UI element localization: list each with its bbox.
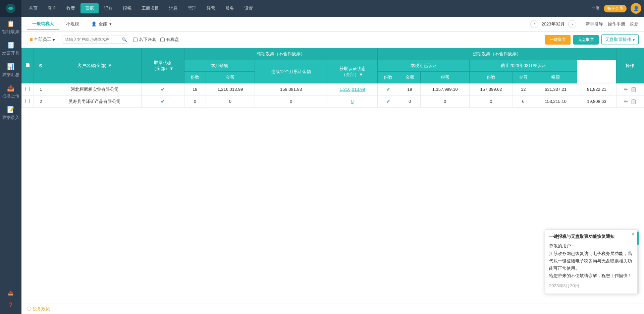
filter-right-buttons: 一键取票 无盘取票 无盘取票操作 ▾ [545, 34, 639, 45]
user-icon: 👤 [91, 21, 97, 26]
tab-date-nav: ‹ 2023年02月 › 新手引导 操作手册 刷新 [530, 20, 639, 28]
chevron-down-icon[interactable]: ▾ [109, 21, 112, 26]
tab-small-scale[interactable]: 小规模 [61, 18, 85, 30]
notification-popup: ✕ 一键报税与无盘取票功能恢复通知 尊敬的用户： 江苏政务网已恢复访问电子税务局… [545, 229, 639, 294]
th-cumulative: 连续12个月累计金额 [255, 60, 327, 83]
sidebar-item-help[interactable]: ❓ [0, 299, 21, 311]
check-xiazhanghao-label[interactable]: 名下账套 [133, 37, 156, 43]
th-certified: 本税期已认证 [377, 60, 469, 72]
row2-sales-tax: 0 [255, 96, 327, 108]
employee-select-label: 全部员工 [34, 37, 51, 43]
row2-cert-tax: 0 [470, 96, 513, 108]
table-row: 2 灵寿县尚泽矿产品有限公司 ✔ 0 0 0 0 ✔ 0 0 0 6 153,2… [22, 96, 644, 108]
row2-sales-count: 0 [184, 96, 206, 108]
tab-all[interactable]: 👤 全能 ▾ [86, 18, 117, 30]
notification-scrollbar-thumb[interactable] [637, 232, 639, 245]
tab-general-taxpayer[interactable]: 一般纳税人 [27, 18, 59, 30]
row1-uncert-tax: 81,822.21 [577, 83, 616, 96]
sidebar-item-download[interactable]: 📥 [0, 287, 21, 299]
th-cert-status[interactable]: 获取认证状态（全部）▼ [327, 60, 378, 83]
help-icon: ❓ [8, 302, 13, 307]
table-row: 1 河北柯腾桓实业有限公司 ✔ 18 1,216,013.99 158,081.… [22, 83, 644, 96]
sidebar-item-invoice-entry[interactable]: 📝 票据录入 [0, 103, 21, 124]
row1-customer: 河北柯腾桓实业有限公司 [48, 83, 141, 96]
row1-cert-tax: 157,399.62 [470, 83, 513, 96]
th-checkbox[interactable] [22, 48, 34, 83]
wupan-qupiao-button[interactable]: 无盘取票 [573, 35, 599, 45]
nav-item-home[interactable]: 首页 [24, 3, 42, 13]
yijian-qupiao-button[interactable]: 一键取票 [545, 35, 571, 45]
avatar[interactable]: 👤 [631, 3, 641, 14]
nav-item-business[interactable]: 工商项目 [137, 3, 164, 13]
nav-item-operation[interactable]: 经营 [202, 3, 220, 13]
th-settings[interactable]: ⚙ [34, 48, 48, 83]
tab-actions: 新手引导 操作手册 刷新 [586, 21, 639, 27]
view-icon[interactable]: 📋 [631, 87, 636, 92]
search-wrapper: 🔍 [62, 36, 129, 44]
sidebar: 📋 智能取票 🧾 发票开具 📊 票据汇总 📤 扫描上传 📝 票据录入 📥 ❓ [0, 0, 21, 314]
nav-item-tax[interactable]: 报税 [118, 3, 136, 13]
check-youshui[interactable] [160, 38, 165, 42]
sidebar-item-label: 票据汇总 [2, 72, 19, 78]
nav-item-message[interactable]: 消息 [164, 3, 182, 13]
th-cert-count: 份数 [377, 72, 399, 83]
edit-icon[interactable]: ✏ [624, 99, 628, 104]
th-sales-group: 销项发票（不含作废票） [184, 48, 377, 60]
row2-checkbox[interactable] [22, 96, 34, 108]
view-icon[interactable]: 📋 [631, 99, 636, 104]
th-uncert-count: 份数 [470, 72, 513, 83]
next-month-button[interactable]: › [568, 20, 576, 28]
check-xiazhanghao[interactable] [133, 38, 138, 42]
more-operations-button[interactable]: 无盘取票操作 ▾ [601, 34, 639, 45]
th-purchase-group: 进项发票（不含作废票） [377, 48, 616, 60]
prev-month-button[interactable]: ‹ [530, 20, 538, 28]
row2-cert-amount: 0 [421, 96, 470, 108]
nav-item-ticket[interactable]: 票据 [80, 3, 99, 13]
nav-item-service[interactable]: 服务 [221, 3, 239, 13]
fullscreen-btn[interactable]: 全屏 [591, 5, 600, 11]
notification-body: 尊敬的用户： 江苏政务网已恢复访问电子税务局功能，易代账一键登陆电子税务局与无盘… [549, 242, 634, 290]
nav-item-settings[interactable]: 设置 [239, 3, 258, 13]
th-cert-tax: 税额 [421, 72, 470, 83]
th-status[interactable]: 取票状态（全部）▼ [141, 48, 184, 83]
th-uncert-tax: 税额 [534, 72, 577, 83]
row1-checkbox[interactable] [22, 83, 34, 96]
sidebar-item-scan-upload[interactable]: 📤 扫描上传 [0, 81, 21, 103]
check-youshui-label[interactable]: 有税盘 [160, 37, 179, 43]
info-icon: ⓘ [27, 306, 31, 312]
nav-item-accounting[interactable]: 记账 [99, 3, 117, 13]
sidebar-item-invoice-open[interactable]: 🧾 发票开具 [0, 38, 21, 60]
tax-policy-link[interactable]: ⓘ 税务政策 [27, 306, 50, 312]
th-uncert-amount: 金额 [513, 72, 534, 83]
search-icon[interactable]: 🔍 [122, 37, 127, 42]
th-customer-name[interactable]: 客户名称(全部) ▼ [48, 48, 141, 83]
sidebar-item-invoice-summary[interactable]: 📊 票据汇总 [0, 60, 21, 81]
vip-button[interactable]: 畅享会员 [604, 5, 627, 12]
th-sales-amount: 金额 [206, 72, 255, 83]
row1-sales-tax: 158,081.83 [255, 83, 327, 96]
sidebar-item-smart-ticket[interactable]: 📋 智能取票 [0, 17, 21, 38]
select-all-checkbox[interactable] [25, 63, 30, 67]
more-chevron-icon: ▾ [633, 37, 635, 42]
nav-item-customer[interactable]: 客户 [43, 3, 61, 13]
nav-item-fee[interactable]: 收费 [62, 3, 80, 13]
guide-link[interactable]: 新手引导 [586, 21, 603, 27]
nav-item-manage[interactable]: 管理 [183, 3, 201, 13]
row1-cert-status: ✔ [377, 83, 399, 96]
th-uncertified: 截止2023年03月未认证 [470, 60, 577, 72]
settings-gear-icon[interactable]: ⚙ [39, 63, 43, 68]
row2-customer: 灵寿县尚泽矿产品有限公司 [48, 96, 141, 108]
row2-num: 2 [34, 96, 48, 108]
manual-link[interactable]: 操作手册 [608, 21, 625, 27]
search-input[interactable] [62, 36, 129, 44]
edit-icon[interactable]: ✏ [624, 87, 628, 92]
refresh-link[interactable]: 刷新 [630, 21, 639, 27]
sidebar-item-label: 发票开具 [2, 50, 19, 56]
row2-actions: ✏ 📋 [616, 96, 644, 108]
invoice-summary-icon: 📊 [7, 63, 14, 70]
employee-select[interactable]: 全部员工 ▾ [27, 35, 58, 44]
notification-close-button[interactable]: ✕ [631, 232, 635, 237]
notification-scrollbar[interactable] [637, 230, 639, 294]
row2-cert-count: 0 [399, 96, 420, 108]
th-operation: 操作 [616, 48, 644, 83]
